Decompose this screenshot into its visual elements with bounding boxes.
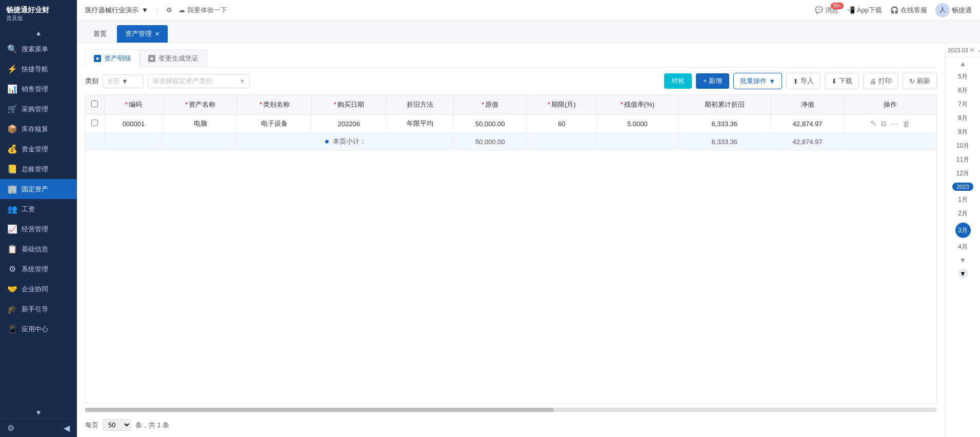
timeline-bottom-btn[interactable]: ▼ xyxy=(958,268,968,279)
user-name: 畅捷通 xyxy=(952,6,972,15)
account-button[interactable]: 对账 xyxy=(664,73,692,89)
sidebar-item-operations[interactable]: 📈 经营管理 xyxy=(0,219,77,239)
sidebar-nav: 🔍 搜索菜单 ⚡ 快捷导航 📊 销售管理 🛒 采购管理 📦 库存核算 💰 资金管… xyxy=(0,39,77,407)
sidebar-scroll-up[interactable]: ▲ xyxy=(0,27,77,39)
sidebar-item-enterprise[interactable]: 🤝 企业协同 xyxy=(0,279,77,299)
sub-tab-asset-detail[interactable]: ■ 资产明细 xyxy=(85,49,139,68)
sidebar-item-search[interactable]: 🔍 搜索菜单 xyxy=(0,39,77,59)
sub-tabs: ■ 资产明细 ■ 变更生成凭证 xyxy=(85,49,937,68)
timeline-expand-button[interactable]: ⤢ xyxy=(977,45,980,55)
download-button[interactable]: ⬇ 下载 xyxy=(825,73,859,89)
tab-asset-management[interactable]: 资产管理 ✕ xyxy=(117,25,168,43)
sidebar: 畅捷通好业财 普及版 ▲ 🔍 搜索菜单 ⚡ 快捷导航 📊 销售管理 🛒 采购管理… xyxy=(0,0,77,437)
row-checkbox[interactable] xyxy=(91,120,98,126)
timeline-month-5[interactable]: 5月 xyxy=(946,70,980,84)
td-subtotal-empty3 xyxy=(163,133,237,151)
message-icon: 💬 xyxy=(815,6,823,14)
tab-close-icon[interactable]: ✕ xyxy=(155,31,159,37)
delete-icon[interactable]: 🗑 xyxy=(903,120,910,128)
sidebar-item-app-center[interactable]: 📱 应用中心 xyxy=(0,319,77,339)
sidebar-item-guide[interactable]: 🎓 新手引导 xyxy=(0,299,77,319)
timeline-month-7[interactable]: 7月 xyxy=(946,97,980,111)
refresh-button[interactable]: ↻ 刷新 xyxy=(903,73,937,89)
sidebar-item-label: 总账管理 xyxy=(22,165,48,174)
print-button[interactable]: 🖨 打印 xyxy=(863,73,898,89)
td-checkbox xyxy=(86,115,104,133)
sidebar-item-ledger[interactable]: 📒 总账管理 xyxy=(0,159,77,179)
settings-button[interactable]: ⚙ xyxy=(166,6,172,14)
sidebar-item-inventory[interactable]: 📦 库存核算 xyxy=(0,119,77,139)
copy-icon[interactable]: ⧉ xyxy=(881,119,887,128)
sub-tab-change-voucher[interactable]: ■ 变更生成凭证 xyxy=(139,49,207,67)
timeline-close-button[interactable]: ✕ xyxy=(968,45,976,55)
import-button[interactable]: ⬆ 导入 xyxy=(786,73,821,89)
sidebar-item-purchase[interactable]: 🛒 采购管理 xyxy=(0,99,77,119)
sidebar-item-basic-info[interactable]: 📋 基础信息 xyxy=(0,239,77,259)
sidebar-item-sales[interactable]: 📊 销售管理 xyxy=(0,79,77,99)
app-download-label: App下载 xyxy=(857,6,882,15)
th-code: *编码 xyxy=(104,95,163,115)
timeline-month-4[interactable]: 4月 xyxy=(946,240,980,254)
th-net-value: 净值 xyxy=(771,95,844,115)
timeline-scroll-up-button[interactable]: ▲ xyxy=(946,57,980,70)
timeline-month-2[interactable]: 2月 xyxy=(946,207,980,221)
timeline-year-label[interactable]: 2023.03 xyxy=(948,47,968,53)
guide-icon: 🎓 xyxy=(7,304,17,314)
messages-button[interactable]: 💬 消息 99+ xyxy=(815,6,838,15)
td-depreciation-method: 年限平均 xyxy=(386,115,453,133)
edit-icon[interactable]: ✎ xyxy=(870,119,877,128)
app-center-icon: 📱 xyxy=(7,324,17,334)
sidebar-item-quick-nav[interactable]: ⚡ 快捷导航 xyxy=(0,59,77,79)
timeline-month-12[interactable]: 12月 xyxy=(946,167,980,181)
experience-text: 我要体验一下 xyxy=(187,6,227,15)
td-subtotal-empty5 xyxy=(597,133,678,151)
batch-button[interactable]: 批量操作 ▼ xyxy=(733,73,782,89)
timeline-month-6[interactable]: 6月 xyxy=(946,84,980,97)
print-icon: 🖨 xyxy=(870,77,876,85)
app-subtitle: 普及版 xyxy=(6,14,23,22)
timeline-month-1[interactable]: 1月 xyxy=(946,193,980,207)
td-residual-rate: 5.0000 xyxy=(597,115,678,133)
category-filter-select[interactable]: 全部 ▼ xyxy=(103,74,144,88)
timeline-scroll-down-button[interactable]: ▼ xyxy=(946,254,980,266)
scrollbar-thumb[interactable] xyxy=(85,408,554,412)
th-name: *资产名称 xyxy=(163,95,237,115)
avatar: 人 xyxy=(935,3,950,17)
sidebar-scroll-down[interactable]: ▼ xyxy=(0,407,77,419)
page-size-select[interactable]: 50 10 20 100 xyxy=(103,419,131,431)
timeline-month-11[interactable]: 11月 xyxy=(946,153,980,167)
sidebar-item-label: 应用中心 xyxy=(22,325,48,334)
online-service-button[interactable]: 🎧 在线客服 xyxy=(890,6,927,15)
sidebar-item-fixed-assets[interactable]: 🏢 固定资产 xyxy=(0,179,77,199)
sidebar-item-payroll[interactable]: 👥 工资 xyxy=(0,199,77,219)
horizontal-scrollbar[interactable] xyxy=(85,408,937,412)
timeline-month-9[interactable]: 9月 xyxy=(946,125,980,139)
th-accumulated-depreciation: 期初累计折旧 xyxy=(678,95,771,115)
td-purchase-date: 202206 xyxy=(312,115,386,133)
print-label: 打印 xyxy=(878,76,892,86)
more-icon[interactable]: ⋯ xyxy=(891,119,898,128)
asset-detail-tab-icon: ■ xyxy=(94,55,101,62)
timeline-month-10[interactable]: 10月 xyxy=(946,139,980,153)
app-download-button[interactable]: 📲 App下载 xyxy=(847,6,882,15)
experience-link[interactable]: ☁ 我要体验一下 xyxy=(178,6,227,15)
timeline-month-3-current[interactable]: 3月 xyxy=(955,223,971,238)
tab-home[interactable]: 首页 xyxy=(85,25,115,43)
payroll-icon: 👥 xyxy=(7,204,17,214)
sub-tab-change-voucher-label: 变更生成凭证 xyxy=(158,54,198,63)
category-filter-input[interactable]: 请选择固定资产类别 ▼ xyxy=(148,74,250,88)
timeline-controls: ✕ ⤢ xyxy=(968,45,980,55)
th-residual-rate: *残值率(%) xyxy=(597,95,678,115)
timeline-year-marker[interactable]: 2023 xyxy=(952,183,973,191)
td-name: 电脑 xyxy=(163,115,237,133)
select-all-checkbox[interactable] xyxy=(91,101,98,107)
timeline-month-8[interactable]: 8月 xyxy=(946,111,980,125)
user-menu[interactable]: 人 畅捷通 xyxy=(935,3,972,17)
new-button[interactable]: + 新增 xyxy=(696,73,729,89)
sidebar-item-funds[interactable]: 💰 资金管理 xyxy=(0,139,77,159)
company-selector[interactable]: 医疗器械行业演示 ▼ xyxy=(85,6,148,15)
sidebar-item-system[interactable]: ⚙ 系统管理 xyxy=(0,259,77,279)
table-header-row: *编码 *资产名称 *类别名称 *购买日期 折旧方法 *原值 *期限(月) *残… xyxy=(86,95,936,115)
sidebar-collapse-button[interactable]: ◀ xyxy=(64,423,70,433)
sidebar-settings-button[interactable]: ⚙ xyxy=(7,423,14,433)
